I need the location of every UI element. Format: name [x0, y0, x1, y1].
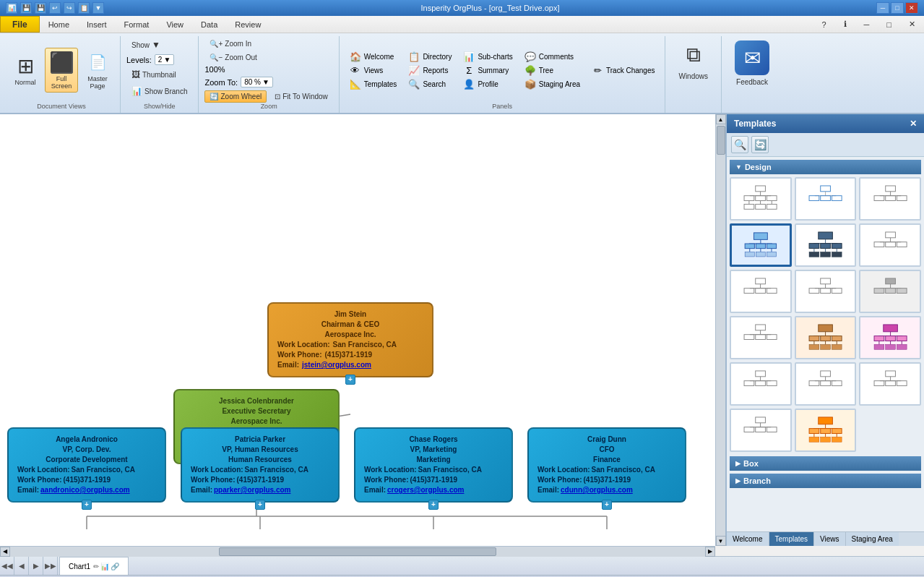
tab-nav-last[interactable]: ▶▶ — [43, 557, 58, 575]
zoom-wheel-button[interactable]: 🔄 Zoom Wheel — [204, 90, 267, 103]
save-icon[interactable]: 💾 — [20, 2, 32, 14]
template-thumb-15[interactable] — [859, 362, 921, 406]
zoom-out-button[interactable]: 🔍− Zoom Out — [204, 51, 262, 64]
zoom-in-button[interactable]: 🔍+ Zoom In — [204, 38, 256, 50]
scroll-thumb[interactable] — [717, 126, 725, 155]
reports-panel-button[interactable]: 📈 Reports — [404, 64, 456, 77]
staging-area-panel-button[interactable]: 📦 Staging Area — [520, 77, 584, 90]
template-thumb-14[interactable] — [795, 362, 857, 406]
chart-tab-1[interactable]: Chart1 ✏ 📊 🔗 — [59, 557, 129, 575]
panel-tab-templates[interactable]: Templates — [769, 532, 815, 546]
menu-review[interactable]: Review — [226, 16, 269, 33]
menu-restore[interactable]: □ — [878, 16, 900, 33]
levels-dropdown[interactable]: 2 ▼ — [155, 54, 174, 65]
template-thumb-13[interactable] — [730, 362, 792, 406]
vp1-email[interactable]: aandronico@orgplus.com — [40, 485, 130, 495]
design-section-header[interactable]: ▼ Design — [730, 160, 921, 174]
template-thumb-1[interactable] — [730, 177, 792, 221]
scroll-down-arrow[interactable]: ▼ — [716, 536, 726, 546]
template-thumb-8[interactable] — [795, 270, 857, 313]
h-scroll-left-arrow[interactable]: ◀ — [0, 547, 10, 557]
vp4-node[interactable]: Craig Dunn CFO Finance Work Location: Sa… — [527, 427, 686, 503]
dropdown-icon[interactable]: ▼ — [92, 2, 104, 14]
show-branch-button[interactable]: 📊 Show Branch — [126, 84, 192, 98]
menu-format[interactable]: Format — [116, 16, 158, 33]
summary-panel-button[interactable]: Σ Summary — [459, 64, 517, 77]
minimize-button[interactable]: ─ — [876, 2, 889, 14]
zoom-value-dropdown[interactable]: 80 % ▼ — [241, 77, 273, 87]
template-thumb-17[interactable] — [795, 409, 857, 452]
tab-nav-prev[interactable]: ◀ — [14, 557, 29, 575]
h-scroll-thumb[interactable] — [219, 547, 497, 556]
vp2-expand-icon[interactable]: + — [255, 500, 265, 510]
extra-icon[interactable]: 📋 — [78, 2, 90, 14]
vp2-node[interactable]: Patricia Parker VP, Human Resources Huma… — [181, 427, 340, 503]
views-panel-button[interactable]: 👁 Views — [345, 64, 402, 77]
profile-panel-button[interactable]: 👤 Profile — [459, 77, 517, 90]
templates-search-button[interactable]: 🔍 — [731, 136, 748, 153]
tab-nav-next[interactable]: ▶ — [29, 557, 43, 575]
fit-to-window-button[interactable]: ⊡ Fit To Window — [269, 90, 333, 103]
save2-icon[interactable]: 💾 — [35, 2, 46, 14]
close-button[interactable]: ✕ — [905, 2, 918, 14]
track-changes-panel-button[interactable]: ✏ Track Changes — [587, 64, 659, 77]
restore-button[interactable]: □ — [891, 2, 904, 14]
template-thumb-4[interactable] — [730, 223, 792, 267]
comments-panel-button[interactable]: 💬 Comments — [520, 50, 584, 63]
menu-close[interactable]: ✕ — [900, 16, 924, 33]
templates-panel-button[interactable]: 📐 Templates — [345, 77, 402, 90]
vp4-expand-icon[interactable]: + — [602, 500, 612, 510]
branch-section-header[interactable]: ▶ Branch — [730, 474, 921, 488]
template-thumb-11[interactable] — [795, 316, 857, 359]
templates-refresh-button[interactable]: 🔄 — [751, 136, 769, 153]
menu-data[interactable]: Data — [192, 16, 226, 33]
h-scroll-right-arrow[interactable]: ▶ — [705, 547, 715, 557]
org-chart-canvas[interactable]: Jim Stein Chairman & CEO Aerospace Inc. … — [0, 114, 715, 546]
h-scroll-track[interactable] — [10, 547, 705, 557]
ceo-expand-icon[interactable]: + — [345, 375, 355, 385]
redo-icon[interactable]: ↪ — [64, 2, 75, 14]
template-thumb-2[interactable] — [795, 177, 857, 221]
template-thumb-7[interactable] — [730, 270, 792, 313]
template-thumb-5[interactable] — [795, 223, 857, 267]
windows-button[interactable]: ⧉ Windows — [671, 38, 715, 83]
vp2-email[interactable]: pparker@orgplus.com — [214, 485, 290, 495]
vp3-email[interactable]: crogers@orgplus.com — [387, 485, 464, 495]
vp1-node[interactable]: Angela Andronico VP, Corp. Dev. Corporat… — [7, 427, 166, 503]
welcome-panel-button[interactable]: 🏠 Welcome — [345, 50, 402, 63]
panel-tab-welcome[interactable]: Welcome — [727, 532, 769, 546]
vp3-node[interactable]: Chase Rogers VP, Marketing Marketing Wor… — [354, 427, 513, 503]
feedback-button[interactable]: ✉ Feedback — [727, 38, 777, 89]
show-dropdown-button[interactable]: Show ▼ — [126, 38, 165, 52]
template-thumb-16[interactable] — [730, 409, 792, 452]
panel-tab-views[interactable]: Views — [814, 532, 846, 546]
vp4-email[interactable]: cdunn@orgplus.com — [561, 485, 633, 495]
directory-panel-button[interactable]: 📋 Directory — [404, 50, 456, 63]
master-page-button[interactable]: 📄 MasterPage — [81, 48, 114, 93]
normal-view-button[interactable]: ⊞ Normal — [9, 51, 42, 89]
thumbnail-button[interactable]: 🖼 Thumbnail — [126, 67, 181, 82]
undo-icon[interactable]: ↩ — [49, 2, 61, 14]
search-panel-button[interactable]: 🔍 Search — [404, 77, 456, 90]
template-thumb-9[interactable] — [859, 270, 921, 313]
ceo-node[interactable]: Jim Stein Chairman & CEO Aerospace Inc. … — [267, 302, 433, 377]
scroll-up-arrow[interactable]: ▲ — [716, 114, 726, 124]
menu-insert[interactable]: Insert — [78, 16, 116, 33]
full-screen-button[interactable]: ⬛ FullScreen — [45, 48, 78, 93]
menu-home[interactable]: Home — [40, 16, 78, 33]
tree-panel-button[interactable]: 🌳 Tree — [520, 64, 584, 77]
menu-min[interactable]: ─ — [855, 16, 878, 33]
template-thumb-10[interactable] — [730, 316, 792, 359]
menu-file[interactable]: File — [0, 16, 40, 33]
sub-charts-panel-button[interactable]: 📊 Sub-charts — [459, 50, 517, 63]
info-icon[interactable]: ℹ — [835, 16, 855, 33]
panel-tab-staging[interactable]: Staging Area — [846, 532, 899, 546]
vp3-expand-icon[interactable]: + — [428, 500, 439, 510]
box-section-header[interactable]: ▶ Box — [730, 456, 921, 471]
canvas-vertical-scrollbar[interactable]: ▲ ▼ — [715, 114, 725, 546]
vp1-expand-icon[interactable]: + — [82, 500, 92, 510]
template-thumb-6[interactable] — [859, 223, 921, 267]
menu-view[interactable]: View — [157, 16, 192, 33]
help-icon[interactable]: ? — [813, 16, 834, 33]
tab-nav-first[interactable]: ◀◀ — [0, 557, 14, 575]
